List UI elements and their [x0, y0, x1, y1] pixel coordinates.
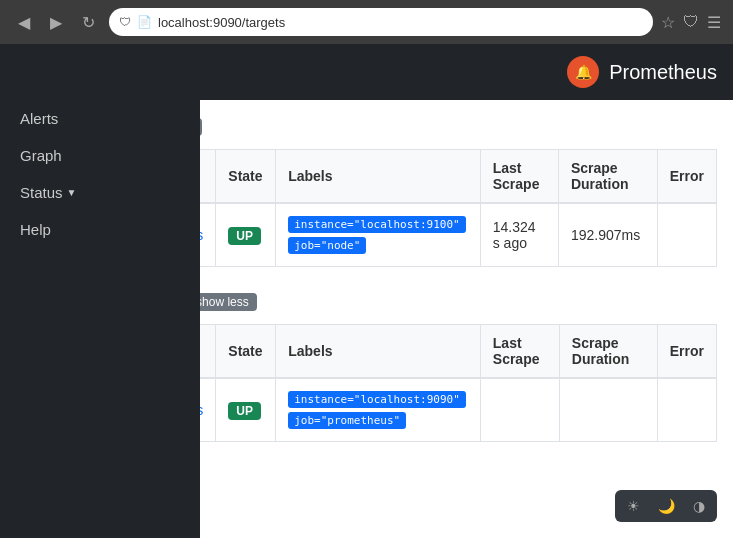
app-body: Alerts Graph Status ▼ Help node (1/1 up)… [0, 100, 733, 538]
shield-icon: 🛡 [119, 15, 131, 29]
sidebar-item-status[interactable]: Status ▼ [0, 174, 200, 211]
cell-last-scrape: 14.324 s ago [480, 203, 558, 267]
state-badge: UP [228, 227, 261, 245]
brand-name: Prometheus [609, 61, 717, 84]
label-tag-instance-prometheus: instance="localhost:9090" [288, 391, 466, 408]
theme-auto-button[interactable]: ◑ [685, 494, 713, 518]
col-header-scrape-duration-2: Scrape Duration [559, 325, 657, 379]
extension-icon: 🛡 [683, 13, 699, 31]
sidebar-item-alerts[interactable]: Alerts [0, 100, 200, 137]
col-header-state-2: State [216, 325, 276, 379]
col-header-labels-2: Labels [276, 325, 481, 379]
cell-labels-prometheus: instance="localhost:9090" job="prometheu… [276, 378, 481, 442]
prometheus-app: ☰ 🔔 Prometheus Alerts Graph Status ▼ Hel… [0, 44, 733, 538]
theme-dark-button[interactable]: 🌙 [650, 494, 683, 518]
browser-chrome: ◀ ▶ ↻ 🛡 📄 localhost:9090/targets ☆ 🛡 ☰ [0, 0, 733, 44]
page-icon: 📄 [137, 15, 152, 29]
cell-labels: instance="localhost:9100" job="node" [276, 203, 481, 267]
theme-buttons: ☀ 🌙 ◑ [615, 490, 717, 522]
col-header-last-scrape: Last Scrape [480, 150, 558, 204]
label-tag-job: job="node" [288, 237, 366, 254]
url-text: localhost:9090/targets [158, 15, 285, 30]
prometheus-icon: 🔔 [567, 56, 599, 88]
label-tag-job-prometheus: job="prometheus" [288, 412, 406, 429]
reload-button[interactable]: ↻ [76, 9, 101, 36]
cell-state: UP [216, 203, 276, 267]
col-header-error-2: Error [657, 325, 716, 379]
cell-error [657, 203, 716, 267]
cell-last-scrape-prometheus [480, 378, 559, 442]
sidebar-item-graph[interactable]: Graph [0, 137, 200, 174]
address-bar[interactable]: 🛡 📄 localhost:9090/targets [109, 8, 653, 36]
col-header-state: State [216, 150, 276, 204]
col-header-labels: Labels [276, 150, 481, 204]
cell-scrape-duration: 192.907ms [558, 203, 657, 267]
theme-light-button[interactable]: ☀ [619, 494, 648, 518]
col-header-scrape-duration: Scrape Duration [558, 150, 657, 204]
cell-scrape-duration-prometheus [559, 378, 657, 442]
state-badge-prometheus: UP [228, 402, 261, 420]
bookmark-icon[interactable]: ☆ [661, 13, 675, 32]
cell-error-prometheus [657, 378, 716, 442]
forward-button[interactable]: ▶ [44, 9, 68, 36]
cell-state-prometheus: UP [216, 378, 276, 442]
label-tag-instance: instance="localhost:9100" [288, 216, 466, 233]
sidebar: Alerts Graph Status ▼ Help [0, 100, 200, 538]
sidebar-item-help[interactable]: Help [0, 211, 200, 248]
col-header-last-scrape-2: Last Scrape [480, 325, 559, 379]
back-button[interactable]: ◀ [12, 9, 36, 36]
col-header-error: Error [657, 150, 716, 204]
menu-icon[interactable]: ☰ [707, 13, 721, 32]
status-label: Status [20, 184, 63, 201]
brand: 🔔 Prometheus [567, 56, 717, 88]
chevron-down-icon: ▼ [67, 187, 77, 198]
